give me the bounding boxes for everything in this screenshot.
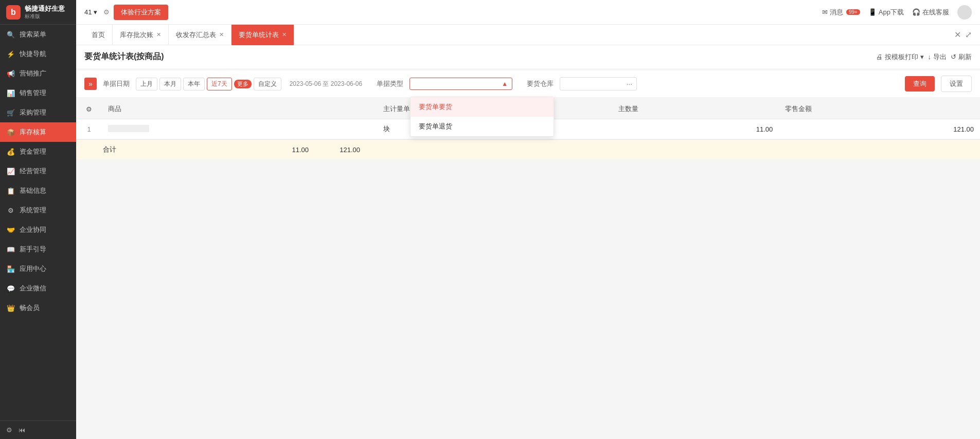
sidebar: b 畅捷通好生意 标准版 🔍搜索菜单⚡快捷导航📢营销推广📊销售管理🛒采购管理📦库… <box>0 0 76 439</box>
footer-label: 合计 <box>82 145 185 154</box>
warehouse-select[interactable]: ··· <box>560 77 637 90</box>
sidebar-label-4: 采购管理 <box>20 108 46 117</box>
header-settings-icon[interactable]: ⚙ <box>103 8 110 16</box>
cell-quantity: 11.00 <box>612 119 779 139</box>
sidebar-label-2: 营销推广 <box>20 69 46 78</box>
messages-label: 消息 <box>830 8 843 17</box>
sidebar-icon-10: 🤝 <box>6 226 15 234</box>
sidebar-item-销售管理[interactable]: 📊销售管理 <box>0 83 76 103</box>
sidebar-item-营销推广[interactable]: 📢营销推广 <box>0 64 76 83</box>
more-filters-icon[interactable]: ··· <box>626 80 632 88</box>
sidebar-item-应用中心[interactable]: 🏪应用中心 <box>0 259 76 279</box>
sidebar-item-基础信息[interactable]: 📋基础信息 <box>0 181 76 200</box>
try-industry-button[interactable]: 体验行业方案 <box>114 5 168 20</box>
sidebar-icon-14: 👑 <box>6 304 15 312</box>
top-header-right: ✉ 消息 99+ 📱 App下载 🎧 在线客服 <box>822 5 972 20</box>
col-amount: 零售金额 <box>779 99 980 119</box>
tab-actions: ✕ ⤢ <box>954 30 972 40</box>
sidebar-item-经营管理[interactable]: 📈经营管理 <box>0 161 76 181</box>
sidebar-label-10: 企业协同 <box>20 225 46 234</box>
sidebar-label-11: 新手引导 <box>20 245 46 254</box>
sidebar-label-9: 系统管理 <box>20 206 46 215</box>
tab-close-icon-2[interactable]: ✕ <box>219 31 224 38</box>
sidebar-icon-11: 📖 <box>6 246 15 253</box>
print-chevron-icon: ▾ <box>920 53 924 61</box>
export-icon: ↓ <box>928 53 932 61</box>
warehouse-label: 要货仓库 <box>527 79 554 88</box>
tabs-container: 首页库存批次账✕收发存汇总表✕要货单统计表✕ <box>84 25 294 45</box>
page-header: 要货单统计表(按商品) 🖨 按模板打印 ▾ ↓ 导出 ↺ 刷新 <box>76 45 980 68</box>
sidebar-item-资金管理[interactable]: 💰资金管理 <box>0 142 76 161</box>
sidebar-bottom: ⚙ ⏮ <box>0 420 76 439</box>
print-icon: 🖨 <box>876 53 883 61</box>
tab-1[interactable]: 库存批次账✕ <box>113 25 169 45</box>
online-service-label: 在线客服 <box>922 8 949 17</box>
messages-item[interactable]: ✉ 消息 99+ <box>822 8 860 17</box>
main-area: 41 ▾ ⚙ 体验行业方案 ✉ 消息 99+ 📱 App下载 🎧 在线客服 <box>76 0 980 439</box>
sidebar-item-畅会员[interactable]: 👑畅会员 <box>0 298 76 318</box>
expand-tabs-icon[interactable]: ⤢ <box>965 30 972 40</box>
footer-quantity: 11.00 <box>268 146 309 154</box>
more-dates-badge[interactable]: 更多 <box>234 80 252 88</box>
tab-label-3: 要货单统计表 <box>239 30 279 40</box>
tab-bar: 首页库存批次账✕收发存汇总表✕要货单统计表✕ ✕ ⤢ <box>76 25 980 45</box>
app-download-item[interactable]: 📱 App下载 <box>868 8 904 17</box>
custom-date-btn[interactable]: 自定义 <box>254 78 281 90</box>
sidebar-item-搜索菜单[interactable]: 🔍搜索菜单 <box>0 25 76 44</box>
online-service-item[interactable]: 🎧 在线客服 <box>912 8 949 17</box>
filter-expand-button[interactable]: » <box>84 78 97 90</box>
sidebar-item-企业微信[interactable]: 💬企业微信 <box>0 279 76 298</box>
sidebar-icon-7: 📈 <box>6 168 15 175</box>
this-year-btn[interactable]: 本年 <box>183 78 205 90</box>
export-action[interactable]: ↓ 导出 <box>928 52 947 62</box>
filter-area: » 单据日期 上月 本月 本年 近7天 更多 自定义 2023-05-06 至 … <box>76 70 980 97</box>
sidebar-item-库存核算[interactable]: 📦库存核算 <box>0 122 76 142</box>
tab-0[interactable]: 首页 <box>84 25 113 45</box>
tab-close-icon-3[interactable]: ✕ <box>282 31 287 38</box>
footer-amount: 121.00 <box>319 146 360 154</box>
tab-2[interactable]: 收发存汇总表✕ <box>169 25 231 45</box>
sidebar-icon-0: 🔍 <box>6 31 15 39</box>
date-label: 单据日期 <box>103 79 130 88</box>
sidebar-item-系统管理[interactable]: ⚙系统管理 <box>0 200 76 220</box>
sidebar-item-企业协同[interactable]: 🤝企业协同 <box>0 220 76 240</box>
settings-icon[interactable]: ⚙ <box>6 426 12 434</box>
sidebar-icon-5: 📦 <box>6 129 15 136</box>
sidebar-item-快捷导航[interactable]: ⚡快捷导航 <box>0 44 76 64</box>
sidebar-bottom-icons[interactable]: ⚙ ⏮ <box>6 426 25 434</box>
avatar[interactable] <box>957 5 972 20</box>
cell-product <box>102 119 377 139</box>
sidebar-icon-13: 💬 <box>6 285 15 292</box>
cell-amount: 121.00 <box>779 119 980 139</box>
sidebar-icon-9: ⚙ <box>6 207 15 214</box>
type-select[interactable]: ▲ 要货单要货 要货单退货 <box>409 78 512 90</box>
refresh-action[interactable]: ↺ 刷新 <box>951 52 972 62</box>
company-chevron-icon: ▾ <box>94 8 97 16</box>
sidebar-icon-1: ⚡ <box>6 50 15 58</box>
col-settings-icon[interactable]: ⚙ <box>76 99 102 119</box>
settings-button[interactable]: 设置 <box>941 76 972 92</box>
company-selector[interactable]: 41 ▾ <box>84 8 97 16</box>
cell-index: 1 <box>76 119 102 139</box>
print-action[interactable]: 🖨 按模板打印 ▾ <box>876 52 924 62</box>
query-button[interactable]: 查询 <box>905 76 935 92</box>
sidebar-item-采购管理[interactable]: 🛒采购管理 <box>0 103 76 122</box>
app-logo-text: 畅捷通好生意 标准版 <box>25 5 65 20</box>
dropdown-item-return-goods[interactable]: 要货单退货 <box>411 117 554 136</box>
dropdown-item-order-goods[interactable]: 要货单要货 <box>411 97 554 117</box>
type-dropdown: 要货单要货 要货单退货 <box>410 97 554 137</box>
this-month-btn[interactable]: 本月 <box>159 78 181 90</box>
sidebar-item-新手引导[interactable]: 📖新手引导 <box>0 240 76 259</box>
sidebar-icon-12: 🏪 <box>6 265 15 273</box>
last-7days-btn[interactable]: 近7天 <box>207 78 232 90</box>
sidebar-label-13: 企业微信 <box>20 284 46 293</box>
collapse-icon[interactable]: ⏮ <box>19 426 25 434</box>
sidebar-icon-8: 📋 <box>6 187 15 195</box>
close-all-tabs-icon[interactable]: ✕ <box>954 30 961 40</box>
service-icon: 🎧 <box>912 8 920 16</box>
date-range-text: 2023-05-06 至 2023-06-06 <box>290 80 362 88</box>
last-month-btn[interactable]: 上月 <box>136 78 157 90</box>
tab-3[interactable]: 要货单统计表✕ <box>231 25 294 45</box>
tab-close-icon-1[interactable]: ✕ <box>156 31 161 38</box>
app-download-label: App下载 <box>879 8 904 17</box>
